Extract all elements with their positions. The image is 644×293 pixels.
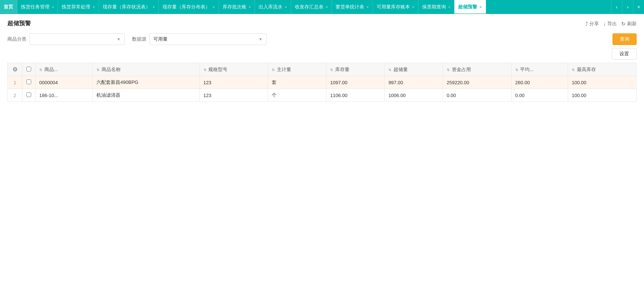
nav-batch[interactable]: 库存批次账 × — [219, 0, 255, 14]
nav-quality-check[interactable]: 保质期查询 × — [418, 0, 454, 14]
nav-home[interactable]: 首页 — [0, 0, 17, 14]
filters-area: 商品分类 ▼ 数据源 可用量 ▼ 查询 设置 — [7, 33, 637, 60]
datasource-label: 数据源 — [132, 36, 146, 42]
table-header-row: ⚙ ⇅ 商品... ⇅ 商品名称 ⇅ 规格型号 ⇅ — [8, 63, 637, 76]
col-header-max-stock[interactable]: ⇅ 最高库存 — [568, 63, 637, 76]
page-header: 超储预警 ⤴ 分享 ↓ 导出 ↻ 刷新 — [7, 20, 637, 27]
nav-arrows: ‹ › × — [611, 0, 644, 14]
col-header-product-name[interactable]: ⇅ 商品名称 — [93, 63, 200, 76]
nav-collect-total[interactable]: 收发存汇总表 × — [291, 0, 332, 14]
row-checkbox[interactable] — [26, 79, 31, 84]
nav-available-ledger[interactable]: 可用量库存账本 × — [373, 0, 418, 14]
col-header-capital[interactable]: ⇅ 资金占用 — [443, 63, 511, 76]
export-icon: ↓ — [603, 21, 606, 27]
datasource-select[interactable]: 可用量 ▼ — [149, 33, 267, 45]
col-header-spec[interactable]: ⇅ 规格型号 — [200, 63, 268, 76]
datasource-select-value: 可用量 — [153, 36, 168, 42]
row-overstock: 997.00 — [385, 76, 443, 89]
col-header-gear[interactable]: ⚙ — [8, 63, 22, 76]
nav-inventory-dist[interactable]: 现存量（库存分布表） × — [159, 0, 219, 14]
close-order-stats[interactable]: × — [366, 5, 369, 9]
row-index: 1 — [8, 76, 22, 89]
share-icon: ⤴ — [585, 21, 588, 27]
gear-icon[interactable]: ⚙ — [12, 66, 18, 73]
filter-group-category: 商品分类 ▼ — [7, 33, 125, 45]
close-inventory-dist[interactable]: × — [212, 5, 215, 9]
data-table: ⚙ ⇅ 商品... ⇅ 商品名称 ⇅ 规格型号 ⇅ — [7, 63, 637, 102]
share-button[interactable]: ⤴ 分享 — [585, 21, 599, 27]
nav-inout-flow[interactable]: 出入库流水 × — [255, 0, 291, 14]
row-spec: 123 — [200, 76, 268, 89]
datasource-chevron-icon: ▼ — [259, 37, 263, 41]
sort-icon-product-code: ⇅ — [39, 68, 42, 72]
table-row: 2 186-10... 机油滤清器 123 个 1106.00 1006.00 … — [8, 89, 637, 102]
nav-inventory-status[interactable]: 现存量（库存状况表） × — [99, 0, 159, 14]
row-product-name: 机油滤清器 — [93, 89, 200, 102]
row-checkbox[interactable] — [26, 92, 31, 97]
category-select[interactable]: ▼ — [29, 33, 125, 45]
header-actions: ⤴ 分享 ↓ 导出 ↻ 刷新 — [585, 21, 637, 27]
close-quality-check[interactable]: × — [448, 5, 450, 9]
close-inventory-status[interactable]: × — [153, 5, 155, 9]
row-product-name: 六配套新昌490BPG — [93, 76, 200, 89]
row-stock: 1097.00 — [326, 76, 385, 89]
sort-icon-product-name: ⇅ — [96, 68, 99, 72]
page-content: 超储预警 ⤴ 分享 ↓ 导出 ↻ 刷新 商品分类 — [0, 14, 644, 293]
query-button[interactable]: 查询 — [612, 33, 637, 45]
nav-task-mgmt[interactable]: 拣货任务管理 × — [17, 0, 58, 14]
sort-icon-max-stock: ⇅ — [572, 68, 575, 72]
category-chevron-icon: ▼ — [117, 37, 121, 41]
row-max-stock: 100.00 — [568, 76, 637, 89]
nav-abnormal[interactable]: 拣货异常处理 × — [58, 0, 99, 14]
row-avg: 0.00 — [511, 89, 568, 102]
sort-icon-capital: ⇅ — [447, 68, 450, 72]
export-button[interactable]: ↓ 导出 — [603, 21, 617, 27]
col-header-avg[interactable]: ⇅ 平均... — [511, 63, 568, 76]
row-checkbox-cell — [22, 89, 36, 102]
row-product-code: 186-10... — [36, 89, 93, 102]
filters-left: 商品分类 ▼ 数据源 可用量 ▼ — [7, 33, 267, 49]
row-overstock: 1006.00 — [385, 89, 443, 102]
row-product-code: 0000004 — [36, 76, 93, 89]
col-header-unit[interactable]: ⇅ 主计量 — [268, 63, 326, 76]
select-all-checkbox[interactable] — [26, 67, 31, 71]
row-avg: 260.00 — [511, 76, 568, 89]
close-collect-total[interactable]: × — [326, 5, 328, 9]
filter-row-1: 商品分类 ▼ 数据源 可用量 ▼ — [7, 33, 267, 45]
col-header-overstock[interactable]: ⇅ 超储量 — [385, 63, 443, 76]
row-index: 2 — [8, 89, 22, 102]
sort-icon-avg: ⇅ — [515, 68, 518, 72]
row-checkbox-cell — [22, 76, 36, 89]
sort-icon-unit: ⇅ — [272, 68, 275, 72]
nav-prev-arrow[interactable]: ‹ — [611, 0, 622, 14]
row-spec: 123 — [200, 89, 268, 102]
row-max-stock: 100.00 — [568, 89, 637, 102]
nav-close-all-arrow[interactable]: × — [633, 0, 644, 14]
row-capital: 0.00 — [443, 89, 511, 102]
close-inout-flow[interactable]: × — [285, 5, 287, 9]
row-unit: 套 — [268, 76, 326, 89]
filters-right: 查询 设置 — [612, 33, 637, 60]
nav-order-stats[interactable]: 要货单统计表 × — [332, 0, 373, 14]
nav-bar: 首页 拣货任务管理 × 拣货异常处理 × 现存量（库存状况表） × 现存量（库存… — [0, 0, 644, 14]
settings-button[interactable]: 设置 — [612, 48, 637, 60]
sort-icon-spec: ⇅ — [204, 68, 206, 72]
category-label: 商品分类 — [7, 36, 26, 42]
close-overstock[interactable]: × — [479, 5, 482, 9]
row-unit: 个 — [268, 89, 326, 102]
page-title: 超储预警 — [7, 20, 31, 27]
close-task-mgmt[interactable]: × — [52, 5, 54, 9]
close-abnormal[interactable]: × — [92, 5, 95, 9]
refresh-button[interactable]: ↻ 刷新 — [621, 21, 637, 27]
row-capital: 259220.00 — [443, 76, 511, 89]
nav-next-arrow[interactable]: › — [622, 0, 633, 14]
row-stock: 1106.00 — [326, 89, 385, 102]
refresh-icon: ↻ — [621, 21, 626, 27]
close-batch[interactable]: × — [249, 5, 251, 9]
col-header-product-code[interactable]: ⇅ 商品... — [36, 63, 93, 76]
sort-icon-stock: ⇅ — [330, 68, 333, 72]
nav-overstock[interactable]: 超储预警 × — [454, 0, 486, 14]
col-header-stock[interactable]: ⇅ 库存量 — [326, 63, 385, 76]
sort-icon-overstock: ⇅ — [388, 68, 391, 72]
close-available-ledger[interactable]: × — [412, 5, 414, 9]
